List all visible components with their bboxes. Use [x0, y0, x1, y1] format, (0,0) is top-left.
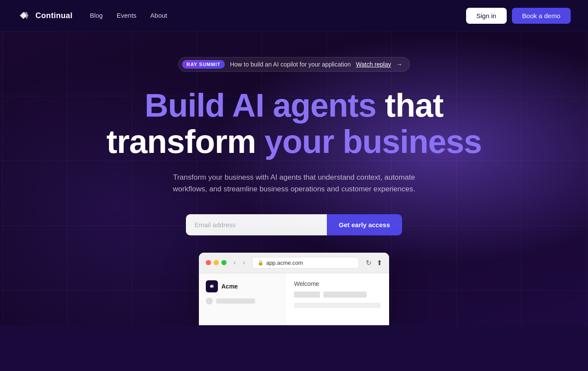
events-nav-item[interactable]: Events [117, 12, 137, 19]
logo[interactable]: Continual [17, 9, 73, 22]
browser-forward-icon[interactable]: › [241, 258, 246, 267]
announcement-badge[interactable]: RAY SUMMIT How to build an AI copilot fo… [178, 57, 409, 72]
dot-yellow [214, 260, 219, 265]
about-nav-item[interactable]: About [150, 12, 167, 19]
browser-placeholder-row [294, 292, 380, 298]
hero-section: RAY SUMMIT How to build an AI copilot fo… [0, 31, 588, 325]
blog-link[interactable]: Blog [90, 12, 103, 19]
browser-welcome-title: Welcome [294, 280, 380, 287]
email-input[interactable] [186, 214, 327, 235]
browser-placeholder-1 [294, 292, 320, 298]
book-demo-button[interactable]: Book a demo [512, 8, 571, 24]
browser-toolbar: ‹ › 🔒 app.acme.com ↻ ⬆ [199, 253, 389, 273]
signin-button[interactable]: Sign in [466, 8, 507, 24]
browser-content: Acme Welcome [199, 273, 389, 325]
dot-red [206, 260, 211, 265]
early-access-button[interactable]: Get early access [327, 214, 402, 235]
badge-description: How to build an AI copilot for your appl… [230, 61, 351, 68]
watch-replay-link[interactable]: Watch replay [356, 61, 391, 68]
nav-left: Continual Blog Events About [17, 9, 167, 22]
sidebar-placeholder-1 [206, 298, 278, 304]
headline-part4: your business [265, 123, 482, 160]
hero-subheadline: Transform your business with AI agents t… [160, 171, 428, 195]
browser-dots [206, 260, 227, 265]
badge-arrow-icon: → [396, 61, 403, 68]
browser-url: app.acme.com [266, 260, 303, 266]
headline-part2b: that [385, 87, 443, 124]
browser-url-bar[interactable]: 🔒 app.acme.com [252, 257, 359, 269]
browser-mockup: ‹ › 🔒 app.acme.com ↻ ⬆ Acme [199, 253, 389, 325]
headline-part1: Build AI agents [145, 87, 376, 124]
logo-icon [17, 9, 31, 22]
badge-pill: RAY SUMMIT [182, 60, 224, 69]
browser-nav: ‹ › [232, 258, 247, 267]
browser-placeholder-row-2 [294, 303, 380, 308]
email-form: Get early access [186, 214, 402, 235]
events-link[interactable]: Events [117, 12, 137, 19]
logo-text: Continual [35, 11, 73, 20]
lock-icon: 🔒 [258, 260, 264, 266]
browser-placeholder-2 [323, 292, 367, 298]
browser-back-icon[interactable]: ‹ [232, 258, 237, 267]
navbar: Continual Blog Events About Sign in Book… [0, 0, 588, 31]
browser-share-icon[interactable]: ⬆ [377, 259, 382, 267]
browser-placeholder-3 [294, 303, 380, 308]
sidebar-placeholder-icon [206, 298, 213, 304]
sidebar-logo-text: Acme [221, 283, 238, 290]
browser-main: Welcome [285, 273, 389, 325]
browser-reload-icon[interactable]: ↻ [366, 259, 371, 267]
hero-headline: Build AI agents that transform your busi… [106, 87, 482, 159]
blog-nav-item[interactable]: Blog [90, 12, 103, 19]
sidebar-placeholder-text [216, 298, 255, 304]
nav-right: Sign in Book a demo [466, 8, 571, 24]
sidebar-logo: Acme [206, 280, 278, 292]
browser-sidebar: Acme [199, 273, 285, 325]
sidebar-logo-icon [206, 280, 218, 292]
about-link[interactable]: About [150, 12, 167, 19]
dot-green [221, 260, 227, 265]
headline-part3: transform [106, 123, 256, 160]
hero-content: RAY SUMMIT How to build an AI copilot fo… [99, 57, 489, 235]
nav-links: Blog Events About [90, 12, 167, 19]
